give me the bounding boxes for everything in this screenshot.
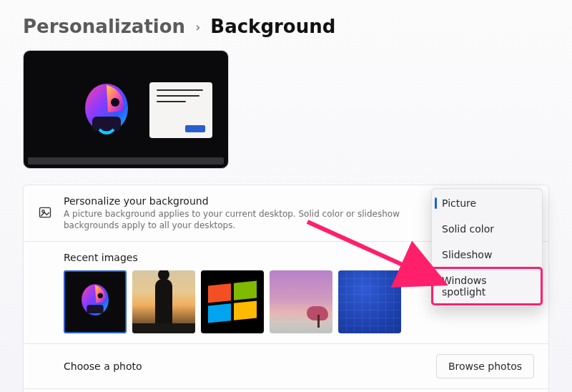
chevron-right-icon: › — [195, 19, 200, 34]
browse-photos-label: Browse photos — [448, 361, 522, 372]
personalize-desc: A picture background applies to your cur… — [64, 208, 437, 231]
row-choose-photo: Choose a photo Browse photos — [24, 343, 548, 388]
breadcrumb: Personalization › Background — [0, 0, 572, 50]
taskbar-mock — [28, 157, 224, 165]
breadcrumb-current: Background — [210, 16, 335, 37]
picture-icon — [38, 205, 52, 222]
svg-point-7 — [98, 293, 103, 298]
choose-photo-title: Choose a photo — [64, 361, 425, 372]
svg-point-2 — [111, 98, 119, 107]
window-mock — [149, 82, 212, 138]
personalize-title: Personalize your background — [64, 195, 437, 207]
recent-image-blue-grid[interactable] — [338, 270, 401, 333]
row-choose-fit: Choose a fit for your desktop image Fill — [24, 388, 548, 392]
background-type-menu: Picture Solid color Slideshow Windows sp… — [431, 188, 543, 307]
desktop-preview — [23, 50, 572, 169]
svg-rect-1 — [92, 117, 121, 131]
svg-point-4 — [42, 210, 44, 212]
menu-item-slideshow[interactable]: Slideshow — [432, 242, 542, 268]
menu-item-solid-color[interactable]: Solid color — [432, 216, 542, 242]
recent-image-helmet[interactable] — [64, 270, 127, 333]
desktop-preview-frame — [23, 50, 229, 169]
menu-item-windows-spotlight[interactable]: Windows spotlight — [432, 268, 542, 305]
recent-image-windows-logo[interactable] — [201, 270, 264, 333]
svg-rect-6 — [87, 305, 103, 314]
breadcrumb-parent[interactable]: Personalization — [23, 16, 185, 37]
wallpaper-thumbnail — [78, 79, 135, 142]
recent-image-sunset[interactable] — [132, 270, 195, 333]
browse-photos-button[interactable]: Browse photos — [436, 354, 534, 378]
recent-image-pink-mountain[interactable] — [270, 270, 332, 333]
background-settings-card: Personalize your background A picture ba… — [23, 185, 549, 392]
menu-item-picture[interactable]: Picture — [432, 190, 542, 216]
